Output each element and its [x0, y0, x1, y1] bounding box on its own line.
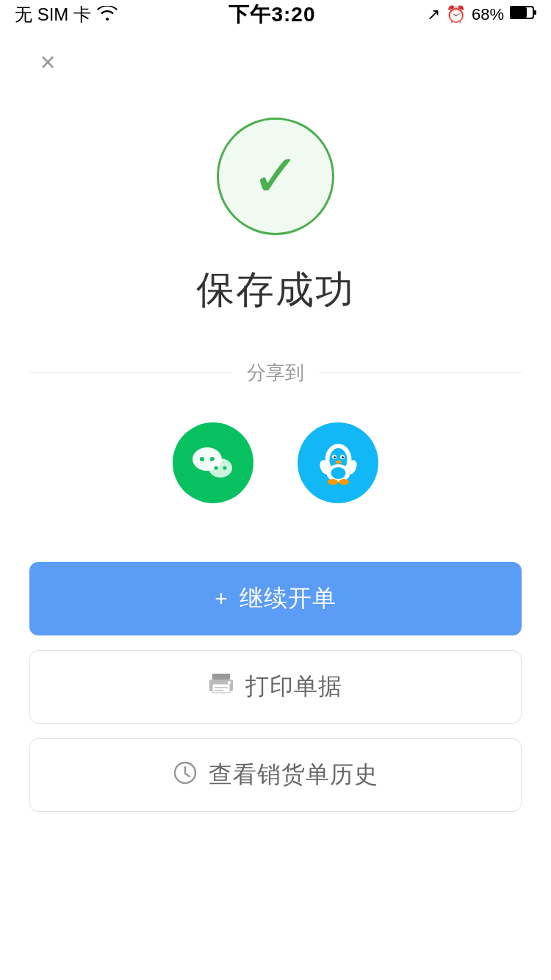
view-history-label: 查看销货单历史 [209, 759, 378, 791]
print-receipt-button[interactable]: 打印单据 [29, 650, 522, 724]
continue-order-button[interactable]: + 继续开单 [29, 562, 522, 635]
svg-rect-26 [215, 690, 223, 691]
svg-point-19 [339, 479, 349, 485]
svg-rect-1 [533, 10, 536, 15]
svg-point-13 [334, 456, 336, 458]
svg-point-6 [209, 458, 232, 478]
close-icon: × [40, 49, 55, 76]
location-icon: ↗ [427, 5, 440, 24]
action-buttons: + 继续开单 打印单据 [29, 562, 522, 812]
status-left: 无 SIM 卡 [15, 3, 118, 26]
svg-point-4 [200, 457, 204, 461]
wifi-icon [97, 4, 118, 25]
status-time: 下午3:20 [228, 1, 315, 29]
qq-share-button[interactable] [298, 422, 378, 503]
divider-line-left [29, 372, 232, 373]
printer-icon [209, 674, 234, 701]
svg-point-8 [223, 466, 226, 469]
battery-icon [510, 5, 536, 24]
svg-point-7 [214, 466, 217, 469]
print-receipt-label: 打印单据 [245, 671, 342, 703]
status-bar: 无 SIM 卡 下午3:20 ↗ ⏰ 68% [0, 0, 551, 29]
svg-rect-25 [215, 687, 228, 688]
success-circle: ✓ [217, 118, 334, 235]
status-right: ↗ ⏰ 68% [427, 5, 536, 24]
svg-point-17 [331, 467, 345, 479]
svg-line-30 [185, 774, 190, 777]
view-history-button[interactable]: 查看销货单历史 [29, 738, 522, 812]
success-title: 保存成功 [196, 264, 355, 316]
svg-point-15 [335, 460, 341, 464]
clock-icon [173, 761, 197, 790]
alarm-icon: ⏰ [446, 5, 466, 24]
no-sim-text: 无 SIM 卡 [15, 3, 91, 26]
svg-rect-27 [228, 681, 231, 684]
svg-point-18 [328, 479, 338, 485]
svg-rect-22 [212, 674, 230, 680]
main-content: ✓ 保存成功 分享到 [0, 29, 551, 812]
plus-icon: + [215, 586, 228, 611]
continue-order-label: 继续开单 [240, 583, 336, 615]
battery-percentage: 68% [472, 5, 504, 24]
svg-rect-2 [511, 7, 527, 18]
wechat-share-button[interactable] [173, 422, 253, 503]
close-button[interactable]: × [29, 44, 66, 81]
checkmark-icon: ✓ [251, 147, 300, 206]
share-divider: 分享到 [29, 360, 522, 386]
share-icons [173, 422, 378, 503]
share-label: 分享到 [247, 360, 304, 386]
divider-line-right [319, 372, 522, 373]
svg-point-14 [342, 456, 344, 458]
